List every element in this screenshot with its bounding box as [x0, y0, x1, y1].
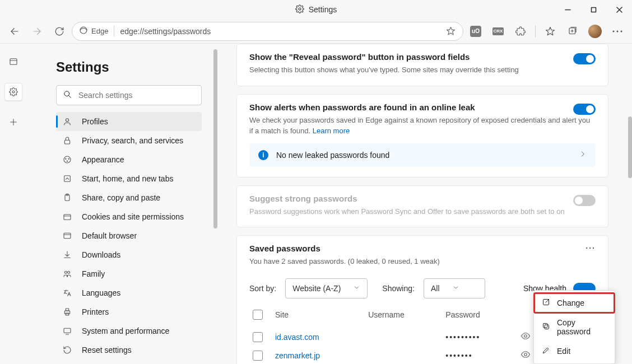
language-icon: [62, 288, 73, 297]
extensions-button[interactable]: [510, 21, 531, 41]
eye-icon[interactable]: [521, 352, 531, 361]
ctx-copy[interactable]: Copy password: [534, 313, 615, 341]
nav-phone[interactable]: Phone and other devices: [56, 360, 202, 364]
edge-icon: [79, 26, 88, 36]
nav-system[interactable]: System and performance: [56, 321, 202, 340]
close-button[interactable]: [606, 0, 632, 19]
nav-label: Default browser: [82, 231, 137, 240]
cookie-icon: [62, 212, 73, 221]
search-input[interactable]: [78, 91, 194, 100]
nav-privacy[interactable]: Privacy, search, and services: [56, 131, 202, 150]
minimize-button[interactable]: [555, 0, 580, 19]
masked-password: •••••••: [445, 351, 472, 360]
nav-cookies[interactable]: Cookies and site permissions: [56, 207, 202, 226]
nav-languages[interactable]: Languages: [56, 283, 202, 302]
nav-downloads[interactable]: Downloads: [56, 245, 202, 264]
svg-rect-45: [64, 328, 71, 333]
section-desc: Selecting this button shows what you've …: [249, 65, 596, 76]
masked-password: •••••••••: [445, 333, 480, 342]
site-link[interactable]: id.avast.com: [275, 333, 319, 342]
vertical-tab-rail: [0, 44, 27, 364]
new-tab-icon[interactable]: [4, 113, 22, 131]
nav-reset[interactable]: Reset settings: [56, 340, 202, 360]
url-text[interactable]: edge://settings/passwords: [120, 27, 437, 36]
nav-label: Family: [82, 269, 105, 278]
nav-share[interactable]: Share, copy and paste: [56, 188, 202, 207]
svg-marker-8: [447, 27, 454, 34]
favorite-star-button[interactable]: [443, 26, 458, 36]
content-scrollbar[interactable]: [628, 116, 632, 178]
saved-more-button[interactable]: ···: [585, 244, 596, 253]
settings-tab-icon[interactable]: [4, 83, 22, 101]
suggest-passwords-section: Suggest strong passwords Password sugges…: [237, 186, 608, 227]
svg-point-29: [68, 158, 69, 159]
svg-rect-43: [66, 309, 68, 311]
window-title: Settings: [309, 5, 337, 14]
gear-icon: [295, 4, 304, 15]
external-link-icon: [542, 298, 550, 308]
reveal-toggle[interactable]: [573, 53, 596, 64]
forward-button[interactable]: [27, 21, 47, 41]
section-title: Show the "Reveal password" button in pas…: [249, 52, 596, 62]
nav-printers[interactable]: Printers: [56, 302, 202, 321]
section-title: Show alerts when passwords are found in …: [249, 102, 596, 112]
extension-ublock[interactable]: uO: [466, 21, 486, 41]
svg-point-25: [66, 119, 68, 122]
ctx-label: Copy password: [557, 318, 607, 336]
extension-crx[interactable]: CRX: [488, 21, 508, 41]
row-checkbox[interactable]: [253, 332, 263, 342]
svg-rect-44: [66, 313, 68, 315]
copy-icon: [542, 322, 550, 332]
site-link[interactable]: zenmarket.jp: [275, 351, 320, 360]
info-icon: i: [258, 150, 268, 160]
svg-point-20: [12, 91, 15, 93]
nav-start[interactable]: Start, home, and new tabs: [56, 169, 202, 188]
svg-rect-53: [545, 325, 549, 329]
nav-default-browser[interactable]: Default browser: [56, 226, 202, 245]
reveal-password-section: Show the "Reveal password" button in pas…: [237, 44, 608, 86]
learn-more-link[interactable]: Learn more: [313, 127, 350, 135]
showing-label: Showing:: [382, 284, 415, 293]
collections-button[interactable]: [563, 21, 583, 41]
svg-point-28: [66, 158, 66, 159]
more-menu-button[interactable]: [607, 21, 628, 41]
sort-by-select[interactable]: Website (A-Z): [285, 278, 368, 298]
settings-content: Show the "Reveal password" button in pas…: [217, 44, 632, 364]
showing-select[interactable]: All: [424, 278, 485, 298]
nav-label: Profiles: [82, 117, 108, 126]
svg-point-41: [68, 271, 70, 273]
leak-status-row[interactable]: i No new leaked passwords found: [249, 143, 596, 167]
suggest-toggle: [573, 195, 596, 206]
svg-rect-54: [543, 324, 548, 328]
chevron-down-icon: [353, 284, 360, 293]
back-button[interactable]: [4, 21, 25, 41]
profile-avatar[interactable]: [585, 21, 605, 41]
lock-icon: [62, 136, 73, 145]
saved-summary: You have 2 saved passwords. (0 leaked, 0…: [249, 256, 440, 267]
svg-line-24: [68, 95, 71, 97]
select-all-checkbox[interactable]: [253, 310, 263, 320]
address-bar[interactable]: Edge edge://settings/passwords: [72, 22, 463, 41]
nav-family[interactable]: Family: [56, 264, 202, 283]
row-checkbox[interactable]: [253, 351, 263, 361]
nav-profiles[interactable]: Profiles: [56, 112, 202, 131]
select-value: All: [431, 284, 440, 293]
nav-appearance[interactable]: Appearance: [56, 150, 202, 169]
ctx-edit[interactable]: Edit: [534, 341, 615, 361]
svg-rect-18: [10, 59, 17, 65]
maximize-button[interactable]: [580, 0, 606, 19]
family-icon: [62, 269, 73, 278]
ctx-change[interactable]: Change: [534, 293, 615, 313]
chevron-right-icon: [579, 150, 587, 160]
sidebar-scrollbar[interactable]: [213, 49, 217, 228]
eye-icon[interactable]: [521, 334, 531, 343]
favorites-button[interactable]: [540, 21, 560, 41]
svg-point-27: [64, 156, 71, 163]
refresh-button[interactable]: [49, 21, 69, 41]
svg-point-15: [613, 30, 615, 32]
edge-badge: Edge: [79, 26, 114, 36]
tab-actions-icon[interactable]: [4, 53, 22, 71]
ctx-label: Change: [557, 298, 584, 307]
search-settings[interactable]: [56, 85, 202, 105]
leak-alert-toggle[interactable]: [573, 104, 596, 115]
